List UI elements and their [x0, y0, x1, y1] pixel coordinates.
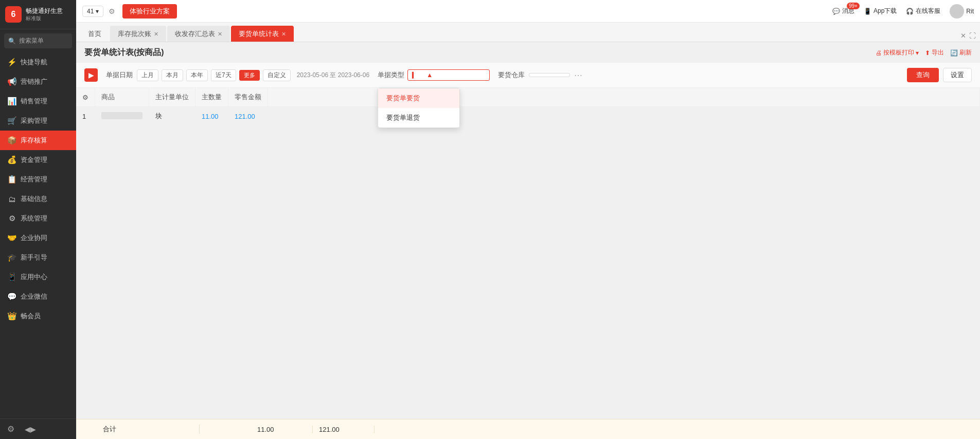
- sidebar-item-enterprise[interactable]: 🤝 企业协同: [0, 228, 76, 248]
- tabbar: 首页 库存批次账 ✕ 收发存汇总表 ✕ 要货单统计表 ✕ ✕ ⛶: [76, 23, 980, 42]
- messages-button[interactable]: 💬 消息 99+: [832, 7, 854, 15]
- page-header: 要货单统计表(按商品) 🖨 按模板打印 ▾ ⬆ 导出 🔄 刷新: [76, 42, 980, 63]
- collapse-icon[interactable]: ◀▶: [25, 425, 36, 433]
- dropdown-item-order-goods[interactable]: 要货单要货: [378, 88, 459, 108]
- tab-maximize-icon[interactable]: ⛶: [969, 32, 976, 40]
- table-wrap: ⚙ 商品 主计量单位 主数量 零售金额 1: [76, 88, 980, 419]
- tab-receive[interactable]: 收发存汇总表 ✕: [167, 26, 230, 42]
- warehouse-more-icon[interactable]: ⋯: [574, 70, 582, 80]
- doc-type-select[interactable]: ▍ ▲: [407, 69, 490, 81]
- doc-type-dropdown: 要货单要货 要货单退货: [378, 88, 460, 128]
- col-goods: 商品: [95, 88, 149, 107]
- doc-type-label: 单据类型: [378, 70, 404, 80]
- date-btn-7days[interactable]: 近7天: [211, 69, 236, 81]
- operations-icon: 📋: [7, 175, 16, 184]
- sidebar-item-appstore[interactable]: 📱 应用中心: [0, 267, 76, 287]
- sidebar-item-inventory[interactable]: 📦 库存核算: [0, 131, 76, 150]
- date-btn-current[interactable]: 本月: [162, 69, 183, 81]
- data-table: ⚙ 商品 主计量单位 主数量 零售金额 1: [76, 88, 980, 126]
- tab-order-close[interactable]: ✕: [281, 31, 286, 38]
- sidebar-item-wechat[interactable]: 💬 企业微信: [0, 287, 76, 306]
- expand-icon: ▶: [88, 71, 94, 79]
- download-icon: 📱: [864, 8, 871, 15]
- vip-icon: 👑: [7, 312, 16, 321]
- query-button[interactable]: 查询: [907, 68, 939, 82]
- export-icon: ⬆: [925, 49, 930, 57]
- sidebar-search[interactable]: 🔍 搜索菜单: [4, 33, 72, 48]
- col-unit: 主计量单位: [149, 88, 195, 107]
- cell-unit: 块: [149, 107, 195, 126]
- date-filter-label: 单据日期: [106, 70, 133, 80]
- app-download-label: App下载: [874, 7, 897, 15]
- cell-goods: [95, 107, 149, 126]
- table-row: 1 块 11.00 121.00: [76, 107, 980, 126]
- footer-label: 合计: [97, 425, 200, 434]
- print-icon: 🖨: [876, 49, 882, 57]
- promo-button[interactable]: 体验行业方案: [122, 4, 177, 19]
- sidebar-item-operations[interactable]: 📋 经营管理: [0, 170, 76, 189]
- logo-text: 畅捷通好生意 标准版: [26, 7, 63, 23]
- sidebar-item-shortcut[interactable]: ⚡ 快捷导航: [0, 52, 76, 72]
- tab-batch-close[interactable]: ✕: [154, 31, 158, 38]
- sidebar: 6 畅捷通好生意 标准版 🔍 搜索菜单 ⚡ 快捷导航 📢 营销推广 📊 销售管理…: [0, 0, 76, 439]
- settings-button[interactable]: 设置: [943, 68, 972, 82]
- sidebar-item-vip[interactable]: 👑 畅会员: [0, 306, 76, 326]
- tab-batch[interactable]: 库存批次账 ✕: [110, 26, 166, 42]
- cell-qty: 11.00: [195, 107, 228, 126]
- topbar-settings-icon[interactable]: ⚙: [109, 7, 115, 15]
- sidebar-nav: ⚡ 快捷导航 📢 营销推广 📊 销售管理 🛒 采购管理 📦 库存核算 💰 资金管…: [0, 52, 76, 418]
- export-button[interactable]: ⬆ 导出: [925, 48, 944, 57]
- col-settings[interactable]: ⚙: [76, 88, 95, 107]
- inventory-icon: 📦: [7, 136, 16, 145]
- date-btn-year[interactable]: 本年: [186, 69, 208, 81]
- doc-type-chevron-icon: ▲: [426, 71, 433, 79]
- sidebar-item-finance[interactable]: 💰 资金管理: [0, 150, 76, 170]
- topbar: 41 ▾ ⚙ 体验行业方案 💬 消息 99+ 📱 App下载 🎧 在线客服 Ri…: [76, 0, 980, 23]
- search-icon: 🔍: [8, 38, 16, 45]
- cell-no: 1: [76, 107, 95, 126]
- filter-expand-button[interactable]: ▶: [84, 68, 98, 82]
- tab-order[interactable]: 要货单统计表 ✕: [231, 26, 294, 42]
- sidebar-item-basic[interactable]: 🗂 基础信息: [0, 189, 76, 209]
- sales-icon: 📊: [7, 97, 16, 106]
- main-area: 41 ▾ ⚙ 体验行业方案 💬 消息 99+ 📱 App下载 🎧 在线客服 Ri…: [76, 0, 980, 439]
- online-service-button[interactable]: 🎧 在线客服: [906, 7, 940, 15]
- date-btn-more[interactable]: 更多: [239, 70, 260, 81]
- dropdown-item-order-return[interactable]: 要货单退货: [378, 108, 459, 127]
- sidebar-bottom: ⚙ ◀▶: [0, 418, 76, 439]
- appstore-icon: 📱: [7, 272, 16, 282]
- tab-receive-close[interactable]: ✕: [218, 31, 222, 38]
- print-chevron-icon: ▾: [916, 49, 919, 57]
- tabbar-actions: ✕ ⛶: [960, 32, 976, 42]
- tab-home[interactable]: 首页: [80, 26, 109, 42]
- dropdown-chevron-icon: ▾: [96, 8, 99, 15]
- print-button[interactable]: 🖨 按模板打印 ▾: [876, 48, 919, 57]
- table-header-row: ⚙ 商品 主计量单位 主数量 零售金额: [76, 88, 980, 107]
- sidebar-item-system[interactable]: ⚙ 系统管理: [0, 209, 76, 228]
- breadcrumb-select[interactable]: 41 ▾: [82, 6, 103, 17]
- user-avatar[interactable]: Rit: [950, 4, 974, 19]
- page-actions: 🖨 按模板打印 ▾ ⬆ 导出 🔄 刷新: [876, 48, 972, 57]
- sidebar-item-sales[interactable]: 📊 销售管理: [0, 92, 76, 111]
- date-btn-up[interactable]: 上月: [137, 69, 158, 81]
- col-amount: 零售金额: [228, 88, 268, 107]
- system-icon: ⚙: [7, 214, 16, 223]
- table-footer: 合计 11.00 121.00: [76, 419, 980, 439]
- sidebar-item-marketing[interactable]: 📢 营销推广: [0, 72, 76, 92]
- message-icon: 💬: [832, 8, 840, 15]
- marketing-icon: 📢: [7, 77, 16, 86]
- sidebar-item-purchase[interactable]: 🛒 采购管理: [0, 111, 76, 131]
- sidebar-item-guide[interactable]: 🎓 新手引导: [0, 248, 76, 267]
- refresh-button[interactable]: 🔄 刷新: [950, 48, 972, 57]
- wechat-icon: 💬: [7, 292, 16, 301]
- content-body: 要货单统计表(按商品) 🖨 按模板打印 ▾ ⬆ 导出 🔄 刷新: [76, 42, 980, 439]
- topbar-right: 💬 消息 99+ 📱 App下载 🎧 在线客服 Rit: [832, 4, 974, 19]
- tab-close-all-icon[interactable]: ✕: [960, 32, 966, 40]
- cell-empty: [268, 107, 980, 126]
- date-btn-custom[interactable]: 自定义: [263, 69, 291, 81]
- doc-type-filter: 单据类型 ▍ ▲ 要货单要货 要货单退货: [378, 69, 490, 81]
- settings-icon[interactable]: ⚙: [7, 424, 14, 434]
- app-download-button[interactable]: 📱 App下载: [864, 7, 897, 15]
- warehouse-select[interactable]: [529, 73, 570, 77]
- purchase-icon: 🛒: [7, 116, 16, 125]
